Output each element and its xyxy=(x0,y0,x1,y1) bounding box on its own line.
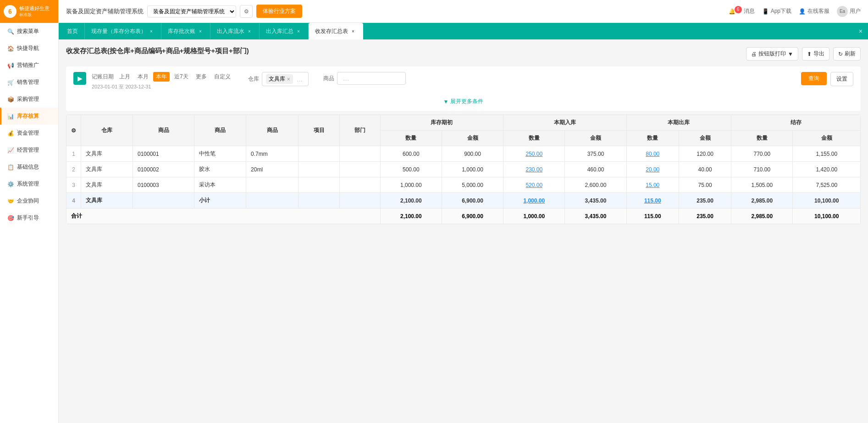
system-icon: ⚙️ xyxy=(7,181,14,188)
date-btn-this-year[interactable]: 本年 xyxy=(153,72,170,82)
row-opening-qty: 2,100.00 xyxy=(380,193,442,209)
row-warehouse: 文具库 xyxy=(81,177,133,193)
sidebar-item-inventory[interactable]: 📊 库存核算 xyxy=(0,108,58,125)
warehouse-tag-close[interactable]: × xyxy=(287,76,290,82)
row-in-qty[interactable]: 1,000.00 xyxy=(503,193,565,209)
avatar: Ea xyxy=(837,6,848,17)
row-project xyxy=(299,162,339,177)
row-out-amount: 235.00 xyxy=(679,193,731,209)
date-btn-last-month[interactable]: 上月 xyxy=(116,72,133,82)
tab-home[interactable]: 首页 xyxy=(61,23,85,39)
row-index: 4 xyxy=(66,193,81,209)
sidebar: 6 畅捷通好生意 标准版 🔍 搜索菜单 🏠 快捷导航 📢 营销推广 🛒 销售管理… xyxy=(0,0,59,423)
sidebar-item-label: 基础信息 xyxy=(17,163,39,171)
online-service-item[interactable]: 👤 在线客服 xyxy=(799,7,829,15)
warehouse-tag-text: 文具库 xyxy=(269,75,285,83)
row-balance-qty: 2,985.00 xyxy=(731,193,793,209)
data-table: ⚙ 仓库 商品 商品 商品 项目 部门 库存期初 本期入库 本期出库 结存 数量 xyxy=(66,115,861,224)
row-project xyxy=(299,193,339,209)
refresh-label: 刷新 xyxy=(845,50,856,58)
date-btn-more[interactable]: 更多 xyxy=(193,72,210,82)
tab-close-icon[interactable]: × xyxy=(350,28,356,34)
row-department xyxy=(339,193,380,209)
sidebar-item-purchase[interactable]: 📦 采购管理 xyxy=(0,91,58,108)
refresh-icon: ↻ xyxy=(838,51,843,57)
sidebar-item-search[interactable]: 🔍 搜索菜单 xyxy=(0,23,58,40)
settings-text-btn[interactable]: 设置 xyxy=(830,72,853,86)
main-area: 装备及固定资产辅助管理系统 装备及固定资产辅助管理系统 ⚙ 体验行业方案 🔔 6… xyxy=(59,0,868,423)
sidebar-item-label: 快捷导航 xyxy=(17,44,39,52)
filter-expand-btn[interactable]: ▶ xyxy=(73,72,86,85)
finance-icon: 💰 xyxy=(7,130,14,137)
row-in-qty[interactable]: 250.00 xyxy=(503,146,565,162)
sidebar-item-label: 新手引导 xyxy=(17,214,39,222)
tab-recv-send[interactable]: 收发存汇总表 × xyxy=(309,23,363,39)
sidebar-item-enterprise[interactable]: 🤝 企业协同 xyxy=(0,192,58,209)
date-btn-custom[interactable]: 自定义 xyxy=(211,72,233,82)
row-product-name: 小计 xyxy=(194,193,246,209)
logo-icon: 6 xyxy=(4,5,17,18)
sidebar-item-label: 采购管理 xyxy=(17,95,39,103)
sidebar-item-operation[interactable]: 📈 经营管理 xyxy=(0,142,58,159)
trial-btn[interactable]: 体验行业方案 xyxy=(256,5,302,18)
tab-inout-summary[interactable]: 出入库汇总 × xyxy=(260,23,309,39)
expand-more-btn[interactable]: ▼ 展开更多条件 xyxy=(443,98,484,105)
tab-inventory-dist[interactable]: 现存量（库存分布表） × xyxy=(85,23,161,39)
row-product-code xyxy=(133,193,194,209)
product-dots[interactable]: ... xyxy=(341,74,351,82)
row-balance-qty: 770.00 xyxy=(731,146,793,162)
tab-close-icon[interactable]: × xyxy=(148,28,155,34)
date-btn-7days[interactable]: 近7天 xyxy=(171,72,191,82)
refresh-btn[interactable]: ↻ 刷新 xyxy=(833,47,861,60)
operation-icon: 📈 xyxy=(7,147,14,154)
logo-badge: 标准版 xyxy=(19,12,50,18)
th-out-amount: 金额 xyxy=(679,131,731,146)
app-download-item[interactable]: 📱 App下载 xyxy=(762,7,791,15)
row-index: 3 xyxy=(66,177,81,193)
tab-batch[interactable]: 库存批次账 × xyxy=(161,23,210,39)
sidebar-item-sales[interactable]: 🛒 销售管理 xyxy=(0,74,58,91)
sidebar-item-label: 搜索菜单 xyxy=(17,27,39,35)
sidebar-item-label: 销售管理 xyxy=(17,78,39,86)
row-product-name: 采访本 xyxy=(194,177,246,193)
system-select[interactable]: 装备及固定资产辅助管理系统 xyxy=(147,5,236,17)
footer-out-amount: 235.00 xyxy=(679,209,731,224)
date-btn-this-month[interactable]: 本月 xyxy=(135,72,151,82)
close-all-tabs-btn[interactable]: × xyxy=(855,27,866,35)
sidebar-item-system[interactable]: ⚙️ 系统管理 xyxy=(0,176,58,192)
footer-balance-amount: 10,100.00 xyxy=(793,209,861,224)
tab-close-icon[interactable]: × xyxy=(295,28,302,34)
row-department xyxy=(339,177,380,193)
warehouse-dots[interactable]: ... xyxy=(295,75,304,83)
notification-item[interactable]: 🔔 6 消息 xyxy=(729,7,755,15)
row-in-qty[interactable]: 520.00 xyxy=(503,177,565,193)
row-opening-qty: 600.00 xyxy=(380,146,442,162)
user-item[interactable]: Ea 用户 xyxy=(837,6,861,17)
sidebar-item-basic[interactable]: 📋 基础信息 xyxy=(0,159,58,176)
row-out-qty[interactable]: 115.00 xyxy=(626,193,679,209)
row-warehouse: 文具库 xyxy=(81,146,133,162)
sidebar-item-finance[interactable]: 💰 资金管理 xyxy=(0,125,58,142)
row-out-qty[interactable]: 20.00 xyxy=(626,162,679,177)
tab-close-icon[interactable]: × xyxy=(197,28,204,34)
row-out-qty[interactable]: 15.00 xyxy=(626,177,679,193)
row-in-qty[interactable]: 230.00 xyxy=(503,162,565,177)
sidebar-item-guide[interactable]: 🎯 新手引导 xyxy=(0,209,58,226)
tab-inout-flow[interactable]: 出入库流水 × xyxy=(210,23,260,39)
th-in-qty: 数量 xyxy=(503,131,565,146)
tab-close-icon[interactable]: × xyxy=(246,28,253,34)
topbar-settings-btn[interactable]: ⚙ xyxy=(240,5,253,18)
print-btn[interactable]: 🖨 按钮版打印 ▼ xyxy=(746,47,798,60)
guide-icon: 🎯 xyxy=(7,214,14,222)
table-row: 2文具库0100002胶水20ml500.001,000.00230.00460… xyxy=(66,162,861,177)
sidebar-item-quicknav[interactable]: 🏠 快捷导航 xyxy=(0,40,58,57)
th-settings: ⚙ xyxy=(66,115,81,146)
sidebar-item-marketing[interactable]: 📢 营销推广 xyxy=(0,57,58,74)
warehouse-filter[interactable]: 文具库 × ... xyxy=(262,72,309,86)
tab-label: 收发存汇总表 xyxy=(315,27,348,35)
product-filter[interactable]: ... xyxy=(337,72,406,85)
export-label: 导出 xyxy=(813,50,824,58)
query-btn[interactable]: 查询 xyxy=(801,72,827,85)
export-btn[interactable]: ⬆ 导出 xyxy=(802,47,829,60)
row-out-qty[interactable]: 80.00 xyxy=(626,146,679,162)
